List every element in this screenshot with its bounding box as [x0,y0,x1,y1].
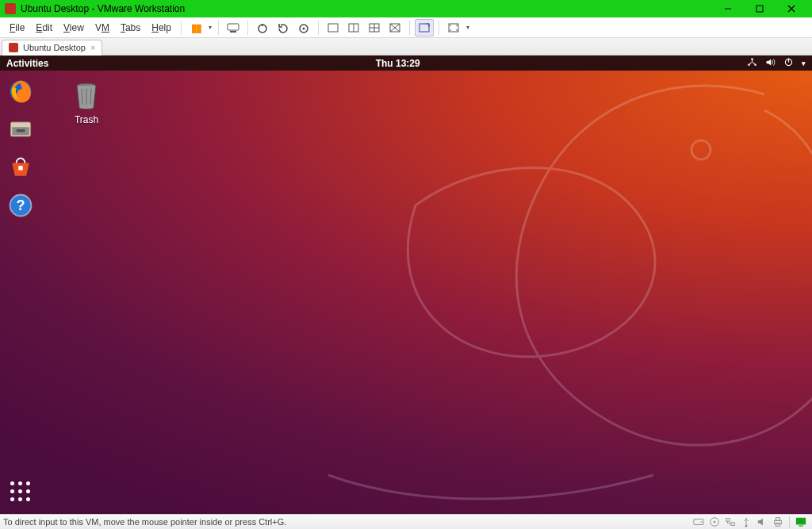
separator [181,21,182,35]
menu-tabs[interactable]: Tabs [116,20,145,36]
volume-icon[interactable] [765,57,776,70]
status-hint: To direct input to this VM, move the mou… [3,517,691,527]
fullscreen-dropdown[interactable]: ▾ [465,24,471,31]
svg-point-39 [701,521,703,523]
desktop-wallpaper [0,71,812,514]
view-single-button[interactable] [324,19,343,36]
ubuntu-dock: ? [0,71,41,514]
dock-help[interactable]: ? [5,190,36,221]
status-bar: To direct input to this VM, move the mou… [0,514,812,529]
apps-grid-icon [10,481,31,502]
snapshot-revert-button[interactable] [274,19,293,36]
svg-text:?: ? [17,197,25,213]
separator [218,21,219,35]
trash-label: Trash [59,114,114,125]
snapshot-take-button[interactable] [253,19,272,36]
menu-vm[interactable]: VM [90,20,114,36]
power-dropdown[interactable]: ▾ [207,24,213,31]
menu-bar: File Edit View VM Tabs Help ▮▮ ▾ ▾ [0,17,812,38]
network-icon[interactable] [747,57,757,70]
device-harddisk-icon[interactable] [691,516,707,528]
view-unity-button[interactable] [385,19,404,36]
svg-rect-29 [17,129,25,132]
power-suspend-button[interactable]: ▮▮ [186,19,205,36]
maximize-button[interactable] [744,0,776,17]
dock-software[interactable] [5,151,36,183]
fullscreen-button[interactable] [444,19,463,36]
show-applications-button[interactable] [5,476,36,508]
send-ctrl-alt-del-button[interactable] [224,19,243,36]
trash-icon [69,78,104,113]
device-display-icon[interactable] [793,516,809,528]
svg-rect-48 [796,518,806,525]
system-tray[interactable]: ▾ [747,57,806,70]
dock-files[interactable] [5,113,36,145]
vm-tab-label: Ubuntu Desktop [23,43,86,52]
menu-view[interactable]: View [59,20,89,36]
console-view-button[interactable] [415,19,434,36]
device-cd-icon[interactable] [707,516,722,528]
separator [409,21,410,35]
vm-tab-icon [9,43,18,52]
svg-rect-4 [228,24,239,30]
menu-edit[interactable]: Edit [31,20,57,36]
desktop-trash[interactable]: Trash [59,78,114,125]
separator [439,21,439,35]
clock[interactable]: Thu 13:29 [48,58,747,69]
svg-point-44 [745,525,748,527]
minimize-button[interactable] [712,0,744,17]
power-icon[interactable] [783,57,794,70]
chevron-down-icon[interactable]: ▾ [802,59,806,67]
activities-button[interactable]: Activities [6,58,48,69]
device-sound-icon[interactable] [754,516,770,528]
guest-display[interactable]: Activities Thu 13:29 ▾ [0,56,812,514]
vm-tab-ubuntu[interactable]: Ubuntu Desktop × [2,40,102,56]
window-titlebar: Ubuntu Desktop - VMware Workstation [0,0,812,17]
view-tile-button[interactable] [365,19,384,36]
menu-file[interactable]: File [5,20,29,36]
view-split-button[interactable] [344,19,363,36]
svg-rect-5 [230,31,236,33]
svg-point-41 [714,521,716,523]
separator [247,21,248,35]
device-network-icon[interactable] [722,516,738,528]
device-printer-icon[interactable] [770,516,786,528]
svg-point-25 [691,140,710,159]
svg-rect-49 [799,525,802,526]
window-title: Ubuntu Desktop - VMware Workstation [21,3,712,14]
svg-point-8 [302,27,304,29]
svg-rect-1 [756,6,763,12]
vm-tabstrip: Ubuntu Desktop × [0,38,812,56]
menu-help[interactable]: Help [147,20,176,36]
svg-rect-46 [776,518,779,521]
snapshot-manager-button[interactable] [294,19,313,36]
svg-rect-18 [419,24,429,32]
close-button[interactable] [776,0,807,17]
dock-firefox[interactable] [5,75,36,107]
device-usb-icon[interactable] [738,516,754,528]
vm-tab-close-icon[interactable]: × [90,43,95,52]
svg-rect-9 [328,24,338,32]
separator [789,516,790,527]
vmware-logo-icon [5,3,16,14]
separator [318,21,319,35]
gnome-top-bar: Activities Thu 13:29 ▾ [0,56,812,71]
wallpaper-bird-art [257,71,812,507]
svg-rect-30 [18,166,22,170]
svg-rect-42 [726,519,730,522]
